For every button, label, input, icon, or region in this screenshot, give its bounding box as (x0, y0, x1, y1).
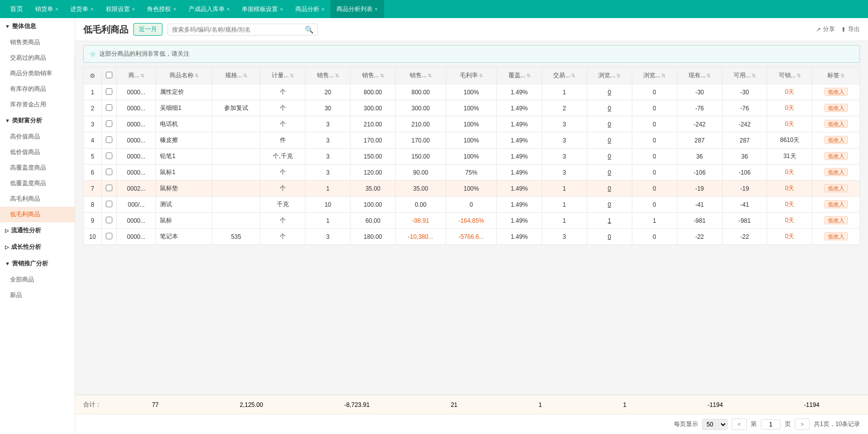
row-checkbox[interactable] (102, 132, 117, 149)
select-all-checkbox[interactable] (106, 72, 112, 78)
row-num: 7 (84, 181, 102, 197)
close-icon[interactable]: × (227, 6, 230, 12)
row-views1[interactable]: 0 (587, 229, 632, 245)
next-page-button[interactable]: ＞ (795, 418, 810, 430)
col-available-stock[interactable]: 可用...⇅ (722, 67, 767, 84)
sidebar-item-traded-products[interactable]: 交易过的商品 (0, 50, 75, 66)
sidebar-item-inventory-capital[interactable]: 库存资金占用 (0, 97, 75, 112)
nav-purchase-order[interactable]: 进货单 × (64, 0, 99, 18)
row-checkbox[interactable] (102, 181, 117, 197)
row-checkbox[interactable] (102, 165, 117, 181)
col-views2[interactable]: 浏览...⇅ (632, 67, 677, 84)
export-button[interactable]: ⬆ 导出 (841, 25, 860, 34)
row-num: 1 (84, 84, 102, 100)
date-filter-button[interactable]: 近一月 (133, 23, 162, 36)
nav-product-analysis[interactable]: 商品分析 × (289, 0, 330, 18)
sidebar-item-new-products[interactable]: 新品 (0, 287, 75, 303)
row-views1[interactable]: 0 (587, 100, 632, 116)
row-checkbox[interactable] (102, 84, 117, 100)
row-views1[interactable]: 0 (587, 116, 632, 132)
row-name[interactable]: 鼠标垫 (156, 181, 212, 197)
row-checkbox[interactable] (102, 149, 117, 165)
nav-role-auth[interactable]: 角色授权 × (141, 0, 182, 18)
close-icon[interactable]: × (55, 6, 58, 12)
close-icon[interactable]: × (375, 6, 378, 12)
nav-product-entry[interactable]: 产成品入库单 × (183, 0, 236, 18)
row-views1[interactable]: 0 (587, 132, 632, 149)
col-unit[interactable]: 计量...⇅ (260, 67, 305, 84)
col-sales-qty[interactable]: 销售...⇅ (305, 67, 351, 84)
table-row: 3 0000... 电话机 个 3 210.00 210.00 100% 1.4… (84, 116, 860, 132)
col-name[interactable]: 商品名称⇅ (156, 67, 212, 84)
share-button[interactable]: ↗ 分享 (816, 25, 835, 34)
col-coverage[interactable]: 覆盖...⇅ (497, 67, 542, 84)
row-tag: 低收入 (812, 116, 860, 132)
row-name[interactable]: 属性定价 (156, 84, 212, 100)
sidebar-item-all-products[interactable]: 全部商品 (0, 272, 75, 287)
row-views1[interactable]: 0 (587, 197, 632, 213)
nav-product-analysis-list[interactable]: 商品分析列表 × (330, 0, 384, 18)
row-views1[interactable]: 0 (587, 181, 632, 197)
sidebar-group-wealth[interactable]: ▼ 类财富分析 (0, 112, 75, 129)
sidebar-group-marketing[interactable]: ▼ 营销推广分析 (0, 255, 75, 272)
sidebar-item-high-coverage[interactable]: 高覆盖度商品 (0, 160, 75, 176)
row-checkbox[interactable] (102, 213, 117, 229)
prev-page-button[interactable]: ＜ (732, 418, 747, 430)
col-views1[interactable]: 浏览...⇅ (587, 67, 632, 84)
nav-template-settings[interactable]: 单据模板设置 × (236, 0, 289, 18)
sidebar-item-sales-products[interactable]: 销售类商品 (0, 35, 75, 50)
row-checkbox[interactable] (102, 229, 117, 245)
row-views1[interactable]: 0 (587, 84, 632, 100)
row-checkbox[interactable] (102, 100, 117, 116)
col-checkbox[interactable] (102, 67, 117, 84)
current-page-input[interactable] (761, 419, 781, 429)
col-code[interactable]: 商...⇅ (117, 67, 156, 84)
row-name[interactable]: 吴细细1 (156, 100, 212, 116)
sidebar-item-category-sales-rate[interactable]: 商品分类助销率 (0, 66, 75, 81)
close-icon[interactable]: × (173, 6, 176, 12)
total-sales-amount: -8,723.91 (344, 401, 370, 408)
row-name[interactable]: 笔记本 (156, 229, 212, 245)
row-name[interactable]: 电话机 (156, 116, 212, 132)
col-sales-price[interactable]: 销售...⇅ (351, 67, 396, 84)
sidebar-item-low-margin[interactable]: 低毛利商品 (0, 207, 75, 222)
sidebar-item-low-value[interactable]: 低价值商品 (0, 144, 75, 160)
row-sales-amount: 0.00 (396, 197, 446, 213)
sidebar-item-low-coverage[interactable]: 低覆盖度商品 (0, 176, 75, 191)
col-current-stock[interactable]: 现有...⇅ (677, 67, 722, 84)
row-name[interactable]: 铅笔1 (156, 149, 212, 165)
search-input[interactable] (172, 26, 305, 33)
row-unit: 千克 (260, 197, 305, 213)
col-settings[interactable]: ⚙ (84, 67, 102, 84)
row-checkbox[interactable] (102, 197, 117, 213)
close-icon[interactable]: × (90, 6, 93, 12)
row-views1[interactable]: 0 (587, 149, 632, 165)
col-saleable-days[interactable]: 可销...⇅ (767, 67, 812, 84)
sidebar-group-liquidity[interactable]: ▷ 流通性分析 (0, 222, 75, 239)
close-icon[interactable]: × (132, 6, 135, 12)
page-size-select[interactable]: 50 100 200 (702, 419, 728, 430)
nav-sales-order[interactable]: 销货单 × (29, 0, 64, 18)
close-icon[interactable]: × (321, 6, 324, 12)
row-name[interactable]: 测试 (156, 197, 212, 213)
col-tag[interactable]: 标签⇅ (812, 67, 860, 84)
row-name[interactable]: 橡皮擦 (156, 132, 212, 149)
row-views1[interactable]: 1 (587, 213, 632, 229)
sidebar-group-overall[interactable]: ▼ 整体信息 (0, 18, 75, 35)
close-icon[interactable]: × (280, 6, 283, 12)
row-checkbox[interactable] (102, 116, 117, 132)
sidebar-item-high-margin[interactable]: 高毛利商品 (0, 191, 75, 207)
row-name[interactable]: 鼠标1 (156, 165, 212, 181)
col-spec[interactable]: 规格...⇅ (212, 67, 260, 84)
row-name[interactable]: 鼠标 (156, 213, 212, 229)
nav-home[interactable]: 首页 (4, 0, 29, 18)
sidebar-item-stocked-products[interactable]: 有库存的商品 (0, 81, 75, 97)
row-views1[interactable]: 0 (587, 165, 632, 181)
nav-permission-settings[interactable]: 权限设置 × (100, 0, 141, 18)
search-icon[interactable]: 🔍 (305, 26, 313, 34)
sidebar-group-growth[interactable]: ▷ 成长性分析 (0, 239, 75, 255)
col-sales-amount[interactable]: 销售...⇅ (396, 67, 446, 84)
sidebar-item-high-value[interactable]: 高价值商品 (0, 129, 75, 144)
col-gross-margin[interactable]: 毛利率⇅ (446, 67, 497, 84)
col-transactions[interactable]: 交易...⇅ (542, 67, 587, 84)
